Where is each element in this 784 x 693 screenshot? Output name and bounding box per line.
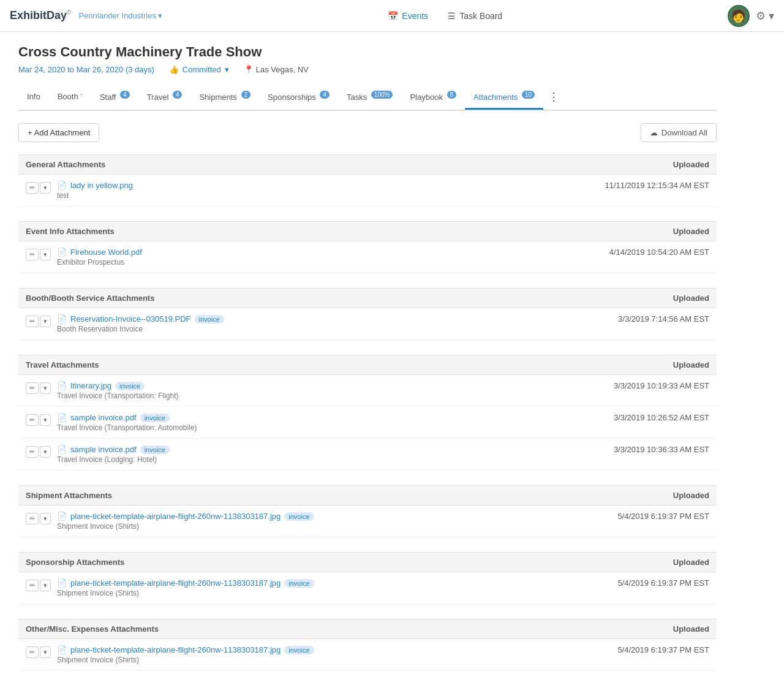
attachment-date: 11/11/2019 12:15:34 AM EST [605,181,709,190]
tab-travel[interactable]: Travel 4 [138,85,191,110]
attachment-description: test [57,191,605,200]
attachment-link[interactable]: 📄sample invoice.pdfinvoice [57,445,614,454]
attachment-badge: invoice [115,382,145,390]
section-header-travel: Travel AttachmentsUploaded [18,355,717,375]
section-header-shipment: Shipment AttachmentsUploaded [18,485,717,506]
download-icon: ☁ [650,128,658,137]
attachment-description: Exhibitor Prospectus [57,258,609,267]
tab-sponsorships[interactable]: Sponsorships 4 [259,85,338,110]
attachment-name: plane-ticket-template-airplane-flight-26… [70,645,281,654]
attachment-row: ✏▾📄plane-ticket-template-airplane-flight… [18,506,717,537]
attachment-badge: invoice [140,414,170,422]
edit-attachment-button[interactable]: ✏ [26,446,39,458]
section-shipment: Shipment AttachmentsUploaded✏▾📄plane-tic… [18,485,717,537]
tab-attachments[interactable]: Attachments 10 [465,85,543,110]
edit-attachment-button[interactable]: ✏ [26,182,39,194]
event-date: Mar 24, 2020 to Mar 26, 2020 (3 days) [18,65,154,74]
attachment-row: ✏▾📄sample invoice.pdfinvoiceTravel Invoi… [18,439,717,471]
attachment-link[interactable]: 📄lady in yellow.png [57,181,605,190]
tab-info[interactable]: Info [18,86,49,109]
tab-staff[interactable]: Staff 4 [91,85,138,110]
calendar-icon: 📅 [388,11,398,21]
attachment-info: 📄Itinerary.jpginvoiceTravel Invoice (Tra… [57,381,614,400]
attachment-dropdown-button[interactable]: ▾ [40,513,51,524]
thumbs-up-icon: 👍 [169,65,179,74]
attachments-toolbar: + Add Attachment ☁ Download All [18,123,717,142]
section-col-header-sponsorship: Uploaded [673,558,709,567]
attachment-dropdown-button[interactable]: ▾ [40,382,51,394]
nav-taskboard[interactable]: ☰ Task Board [439,7,511,25]
attachment-dropdown-button[interactable]: ▾ [40,316,51,327]
attachment-link[interactable]: 📄Reservation-Invoice--030519.PDFinvoice [57,314,618,324]
gear-icon[interactable]: ⚙ ▾ [756,9,774,23]
attachment-link[interactable]: 📄sample invoice.pdfinvoice [57,413,614,422]
attachment-name: Reservation-Invoice--030519.PDF [70,314,191,324]
nav-events[interactable]: 📅 Events [379,7,437,25]
section-header-event-info: Event Info AttachmentsUploaded [18,221,717,241]
section-other: Other/Misc. Expenses AttachmentsUploaded… [18,619,717,671]
edit-attachment-button[interactable]: ✏ [26,414,39,426]
file-icon: 📄 [57,381,67,390]
edit-attachment-button[interactable]: ✏ [26,513,39,524]
section-col-header-event-info: Uploaded [673,227,709,236]
avatar[interactable]: 🧑 [728,5,750,27]
section-title-travel: Travel Attachments [26,360,99,369]
org-switcher[interactable]: Pennlander Industries ▾ [78,11,162,20]
section-sponsorship: Sponsorship AttachmentsUploaded✏▾📄plane-… [18,552,717,604]
section-header-other: Other/Misc. Expenses AttachmentsUploaded [18,619,717,639]
attachment-row: ✏▾📄sample invoice.pdfinvoiceTravel Invoi… [18,407,717,439]
attachment-actions: ✏▾ [26,578,51,591]
tab-shipments[interactable]: Shipments 2 [190,85,259,110]
nav-links: 📅 Events ☰ Task Board [379,7,511,25]
list-icon: ☰ [448,11,456,21]
tab-booth[interactable]: Booth ˇ [49,86,91,109]
add-attachment-button[interactable]: + Add Attachment [18,123,99,142]
file-icon: 📄 [57,578,67,588]
attachment-name: plane-ticket-template-airplane-flight-26… [70,578,281,588]
edit-attachment-button[interactable]: ✏ [26,249,39,260]
event-title: Cross Country Machinery Trade Show [18,44,717,60]
download-all-button[interactable]: ☁ Download All [641,123,717,142]
attachment-dropdown-button[interactable]: ▾ [40,182,51,194]
attachment-info: 📄Reservation-Invoice--030519.PDFinvoiceB… [57,314,618,333]
tab-tasks[interactable]: Tasks 100% [338,85,401,110]
attachment-description: Booth Reservation Invoice [57,325,618,333]
edit-attachment-button[interactable]: ✏ [26,316,39,327]
attachment-date: 3/3/2019 10:19:33 AM EST [614,381,709,390]
attachment-link[interactable]: 📄plane-ticket-template-airplane-flight-2… [57,512,617,521]
attachment-link[interactable]: 📄plane-ticket-template-airplane-flight-2… [57,578,617,588]
tab-more-button[interactable]: ⋮ [543,84,564,110]
attachment-row: ✏▾📄plane-ticket-template-airplane-flight… [18,572,717,604]
attachment-dropdown-button[interactable]: ▾ [40,414,51,426]
attachment-info: 📄sample invoice.pdfinvoiceTravel Invoice… [57,413,614,432]
file-icon: 📄 [57,645,67,654]
attachment-actions: ✏▾ [26,645,51,658]
edit-attachment-button[interactable]: ✏ [26,382,39,394]
attachment-info: 📄Firehouse World.pdfExhibitor Prospectus [57,248,609,267]
attachment-link[interactable]: 📄plane-ticket-template-airplane-flight-2… [57,645,617,654]
attachment-dropdown-button[interactable]: ▾ [40,646,51,658]
page-content: Cross Country Machinery Trade Show Mar 2… [0,32,735,693]
attachment-dropdown-button[interactable]: ▾ [40,249,51,260]
attachment-badge: invoice [195,315,224,324]
attachment-row: ✏▾📄Itinerary.jpginvoiceTravel Invoice (T… [18,375,717,407]
attachment-link[interactable]: 📄Firehouse World.pdf [57,248,609,257]
tab-bar: Info Booth ˇ Staff 4 Travel 4 Shipments … [18,84,717,111]
attachment-actions: ✏▾ [26,181,51,194]
attachment-link[interactable]: 📄Itinerary.jpginvoice [57,381,614,390]
event-status-button[interactable]: 👍 Committed ▾ [169,65,229,74]
attachment-badge: invoice [284,646,314,654]
section-event-info: Event Info AttachmentsUploaded✏▾📄Firehou… [18,221,717,273]
edit-attachment-button[interactable]: ✏ [26,646,39,658]
tab-playbook[interactable]: Playbook 8 [401,85,465,110]
attachment-actions: ✏▾ [26,445,51,458]
attachment-dropdown-button[interactable]: ▾ [40,446,51,458]
section-travel: Travel AttachmentsUploaded✏▾📄Itinerary.j… [18,355,717,471]
attachment-dropdown-button[interactable]: ▾ [40,580,51,591]
attachment-date: 5/4/2019 6:19:37 PM EST [617,645,709,654]
attachment-actions: ✏▾ [26,512,51,524]
attachment-row: ✏▾📄plane-ticket-template-airplane-flight… [18,639,717,671]
edit-attachment-button[interactable]: ✏ [26,580,39,591]
location-pin-icon: 📍 [244,65,254,74]
nav-right: 🧑 ⚙ ▾ [728,5,774,27]
